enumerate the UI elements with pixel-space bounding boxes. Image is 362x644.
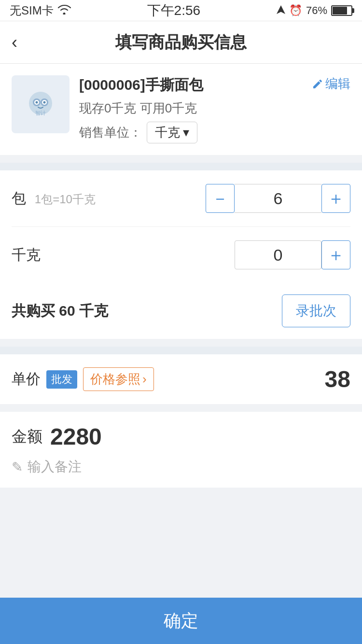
kg-plus-button[interactable]: ＋: [321, 240, 350, 269]
status-time: 下午2:56: [147, 1, 201, 20]
total-section: 共购买 60 千克 录批次: [0, 283, 362, 339]
edit-button[interactable]: 编辑: [312, 75, 350, 92]
amount-section: 金额 2280 ✎ 输入备注: [0, 412, 362, 488]
product-info: [0000006]手撕面包 现存0千克 可用0千克 销售单位： 千克 ▾: [79, 75, 302, 143]
remark-row[interactable]: ✎ 输入备注: [12, 458, 350, 476]
unit-label: 销售单位：: [79, 124, 142, 141]
product-stock: 现存0千克 可用0千克: [79, 100, 302, 117]
total-prefix: 共购买: [12, 303, 55, 319]
kg-quantity-row: 千克 ＋: [12, 227, 350, 283]
alarm-icon: ⏰: [289, 4, 302, 17]
total-text: 共购买 60 千克: [12, 301, 108, 321]
product-name: [0000006]手撕面包: [79, 75, 302, 95]
product-unit-row: 销售单位： 千克 ▾: [79, 122, 302, 143]
price-section: 单价 批发 价格参照 › 38: [0, 354, 362, 404]
battery-icon: [331, 5, 352, 16]
status-bar: 无SIM卡 下午2:56 ⏰ 76%: [0, 0, 362, 21]
battery-percent: 76%: [306, 4, 327, 17]
quantity-section: 包 1包=10千克 － ＋ 千克 ＋: [0, 170, 362, 283]
wifi-icon: [57, 4, 71, 17]
price-value: 38: [325, 366, 350, 392]
bag-plus-button[interactable]: ＋: [321, 184, 350, 213]
remark-placeholder: 输入备注: [28, 458, 82, 476]
kg-quantity-control: ＋: [235, 240, 350, 269]
price-reference-button[interactable]: 价格参照 ›: [83, 367, 154, 391]
price-label: 单价: [12, 369, 41, 389]
total-unit: 千克: [79, 303, 108, 319]
bag-quantity-input[interactable]: [235, 184, 321, 213]
kg-quantity-input[interactable]: [235, 240, 321, 269]
dropdown-icon: ▾: [183, 125, 189, 140]
confirm-button[interactable]: 确定: [0, 598, 362, 644]
total-amount: 60: [59, 303, 75, 319]
section-separator-1: [0, 163, 362, 170]
unit-select[interactable]: 千克 ▾: [147, 122, 197, 143]
kg-label: 千克: [12, 247, 41, 263]
bag-label-group: 包 1包=10千克: [12, 189, 96, 209]
remark-icon: ✎: [12, 459, 23, 475]
price-ref-label: 价格参照: [90, 371, 140, 388]
bag-label: 包: [12, 190, 26, 206]
product-image: 智计: [12, 75, 70, 133]
product-card: 智计 [0000006]手撕面包 现存0千克 可用0千克 销售单位： 千克 ▾ …: [0, 64, 362, 155]
batch-button[interactable]: 录批次: [282, 294, 350, 327]
price-ref-arrow: ›: [142, 372, 147, 387]
price-left: 单价 批发 价格参照 ›: [12, 367, 154, 391]
page-title: 填写商品购买信息: [115, 31, 247, 54]
bag-minus-button[interactable]: －: [206, 184, 235, 213]
section-separator-2: [0, 347, 362, 354]
location-icon: [277, 4, 285, 17]
price-tag: 批发: [46, 370, 77, 389]
status-right: ⏰ 76%: [277, 4, 352, 17]
svg-text:智计: 智计: [35, 110, 46, 116]
back-button[interactable]: ‹: [12, 32, 17, 53]
svg-point-5: [36, 101, 38, 104]
svg-point-6: [43, 101, 46, 104]
amount-value: 2280: [50, 423, 102, 450]
edit-label: 编辑: [325, 75, 350, 92]
bag-quantity-control: － ＋: [206, 184, 350, 213]
bag-quantity-row: 包 1包=10千克 － ＋: [12, 170, 350, 227]
nav-bar: ‹ 填写商品购买信息: [0, 21, 362, 64]
bag-hint: 1包=10千克: [35, 193, 96, 206]
carrier-text: 无SIM卡: [10, 3, 54, 18]
amount-row: 金额 2280: [12, 423, 350, 450]
status-left: 无SIM卡: [10, 3, 71, 18]
amount-label: 金额: [12, 426, 42, 448]
kg-label-group: 千克: [12, 245, 41, 265]
